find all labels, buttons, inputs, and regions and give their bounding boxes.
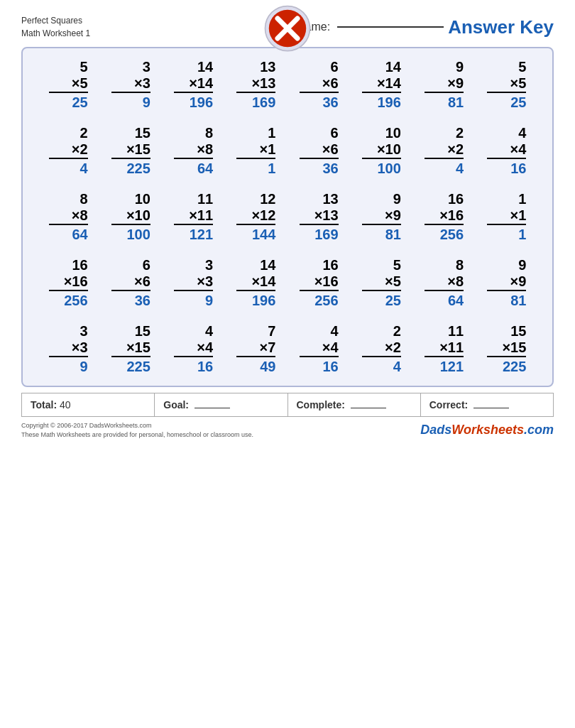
page: Perfect Squares Math Worksheet 1 Name: A… — [0, 0, 575, 728]
top-num-1-1: 15 — [135, 125, 150, 141]
multiplier-1-2: ×8 — [197, 141, 213, 158]
problem-4-7: 15×15225 — [487, 323, 526, 375]
answer-4-6: 121 — [425, 356, 464, 375]
problem-2-6: 16×16256 — [425, 191, 464, 243]
answer-0-7: 25 — [487, 92, 526, 111]
correct-blank[interactable] — [473, 408, 509, 408]
multiplier-0-0: ×5 — [72, 75, 88, 92]
multiplier-4-3: ×7 — [260, 339, 276, 356]
problem-4-5: 2×24 — [362, 323, 401, 375]
top-num-2-1: 10 — [135, 191, 150, 207]
top-num-1-4: 6 — [331, 125, 339, 141]
top-num-1-3: 1 — [268, 125, 275, 141]
top-num-4-7: 15 — [510, 323, 526, 339]
problem-1-7: 4×416 — [487, 125, 526, 177]
problem-2-2: 11×11121 — [174, 191, 213, 243]
top-num-4-1: 15 — [135, 323, 150, 339]
multiplier-4-4: ×4 — [322, 339, 339, 356]
answer-1-3: 1 — [236, 158, 275, 177]
footer-box: Total: 40 Goal: Complete: Correct: — [21, 393, 554, 417]
problem-row-4: 3×3915×152254×4167×7494×4162×2411×111211… — [37, 323, 538, 375]
logo: DadsWorksheets.com — [420, 423, 554, 438]
answer-1-4: 36 — [300, 158, 339, 177]
answer-key-section: Name: Answer Key — [297, 16, 554, 38]
multiplier-0-3: ×13 — [251, 75, 275, 92]
answer-2-6: 256 — [425, 224, 464, 243]
answer-0-6: 81 — [425, 92, 464, 111]
name-underline — [337, 26, 444, 28]
multiplier-0-6: ×9 — [447, 75, 464, 92]
total-value: 40 — [60, 399, 71, 411]
multiplier-4-5: ×2 — [385, 339, 401, 356]
multiplier-2-4: ×13 — [314, 207, 339, 224]
multiplier-2-2: ×11 — [189, 207, 213, 224]
top-num-0-3: 13 — [260, 59, 275, 75]
top-num-4-6: 11 — [448, 323, 464, 339]
problem-1-3: 1×11 — [236, 125, 275, 177]
multiplier-4-0: ×3 — [72, 339, 88, 356]
problem-2-5: 9×981 — [362, 191, 401, 243]
copyright-section: Copyright © 2006-2017 DadsWorksheets.com… — [21, 421, 554, 439]
title-line1: Perfect Squares — [21, 14, 90, 27]
top-num-4-3: 7 — [268, 323, 275, 339]
multiplier-3-5: ×5 — [385, 273, 401, 290]
top-num-4-4: 4 — [331, 323, 339, 339]
top-num-0-0: 5 — [80, 59, 88, 75]
problem-4-6: 11×11121 — [425, 323, 464, 375]
logo-work: Worksheets — [451, 423, 524, 437]
multiplier-0-7: ×5 — [510, 75, 527, 92]
multiplier-3-4: ×16 — [314, 273, 339, 290]
answer-4-3: 49 — [236, 356, 275, 375]
problem-3-6: 8×864 — [425, 257, 464, 309]
problem-row-2: 8×86410×1010011×1112112×1214413×131699×9… — [37, 191, 538, 243]
multiplier-3-0: ×16 — [64, 273, 88, 290]
top-num-0-6: 9 — [456, 59, 464, 75]
answer-1-0: 4 — [49, 158, 88, 177]
problem-3-1: 6×636 — [111, 257, 150, 309]
multiplier-0-5: ×14 — [377, 75, 401, 92]
header: Perfect Squares Math Worksheet 1 Name: A… — [21, 14, 554, 40]
copyright-line2: These Math Worksheets are provided for p… — [21, 430, 253, 440]
total-label: Total: — [31, 399, 57, 411]
problem-0-5: 14×14196 — [362, 59, 401, 111]
answer-key-label: Answer Key — [448, 16, 554, 38]
complete-label: Complete: — [297, 399, 345, 411]
answer-0-4: 36 — [300, 92, 339, 111]
top-num-1-6: 2 — [456, 125, 464, 141]
problem-0-6: 9×981 — [425, 59, 464, 111]
complete-blank[interactable] — [351, 408, 386, 408]
footer-total: Total: 40 — [22, 393, 155, 416]
problem-3-5: 5×525 — [362, 257, 401, 309]
problem-3-0: 16×16256 — [49, 257, 88, 309]
top-num-2-2: 11 — [197, 191, 213, 207]
copyright-line1: Copyright © 2006-2017 DadsWorksheets.com — [21, 421, 253, 430]
goal-blank[interactable] — [195, 408, 230, 408]
problem-2-1: 10×10100 — [111, 191, 150, 243]
answer-1-7: 16 — [487, 158, 526, 177]
answer-2-7: 1 — [487, 224, 526, 243]
answer-1-6: 4 — [425, 158, 464, 177]
footer-correct: Correct: — [421, 393, 553, 416]
top-num-3-5: 5 — [393, 257, 401, 273]
problem-row-1: 2×2415×152258×8641×116×63610×101002×244×… — [37, 125, 538, 177]
answer-3-3: 196 — [236, 290, 275, 309]
top-num-1-7: 4 — [518, 125, 526, 141]
top-num-0-2: 14 — [197, 59, 213, 75]
top-num-3-1: 6 — [143, 257, 150, 273]
top-num-0-5: 14 — [385, 59, 401, 75]
multiplier-2-3: ×12 — [251, 207, 275, 224]
problem-0-2: 14×14196 — [174, 59, 213, 111]
answer-2-4: 169 — [300, 224, 339, 243]
problem-4-0: 3×39 — [49, 323, 88, 375]
answer-0-3: 169 — [236, 92, 275, 111]
top-num-2-0: 8 — [80, 191, 88, 207]
answer-0-2: 196 — [174, 92, 213, 111]
answer-4-7: 225 — [487, 356, 526, 375]
problem-4-1: 15×15225 — [111, 323, 150, 375]
problem-0-1: 3×39 — [111, 59, 150, 111]
top-num-3-3: 14 — [260, 257, 275, 273]
answer-3-6: 64 — [425, 290, 464, 309]
answer-2-0: 64 — [49, 224, 88, 243]
answer-4-5: 4 — [362, 356, 401, 375]
problem-2-4: 13×13169 — [300, 191, 339, 243]
